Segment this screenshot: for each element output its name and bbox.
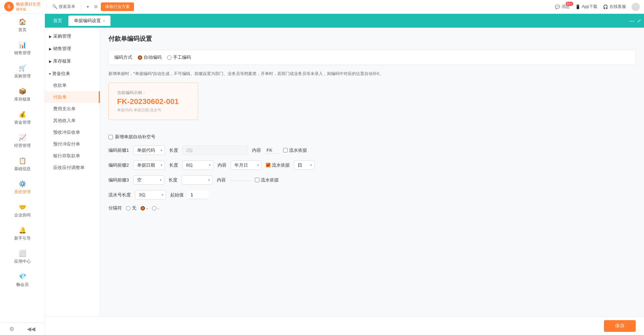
sub-header-sales[interactable]: ▶ 销售管理 <box>45 43 100 55</box>
form-area: 付款单编码设置 编码方式 自动编码 手工编码 <box>100 28 644 316</box>
sep-dot1-radio[interactable]: - <box>141 206 148 211</box>
online-service-button[interactable]: 🎧 在线客服 <box>603 4 626 10</box>
start-value-input[interactable] <box>188 191 209 199</box>
divider2 <box>81 3 81 10</box>
sub-header-inventory[interactable]: ▶ 库存核算 <box>45 55 100 67</box>
prefix-2-length-select[interactable]: 8位 <box>182 160 213 170</box>
prefix-2-content-select[interactable]: 年月日 <box>231 160 262 170</box>
sidebar-item-guide[interactable]: 🔔 新手引导 <box>0 222 45 245</box>
sub-item-prepay-pay[interactable]: 预付冲应付单 <box>45 138 100 150</box>
serial-length-select[interactable]: 3位 <box>135 190 166 199</box>
inventory-icon: 📦 <box>19 87 26 95</box>
sidebar-item-enterprise[interactable]: 🤝 企业协同 <box>0 199 45 222</box>
collapse-sidebar-icon[interactable]: ◀◀ <box>27 326 35 332</box>
message-button[interactable]: 💬 消息 99+ <box>555 4 570 10</box>
chevron-right-icon3: ▶ <box>49 59 52 63</box>
top-bar-left: 6 畅捷通好生意 插件版 🔍 搜索菜单 ▾ ⚙ 体验行业方案 <box>4 2 134 11</box>
search-menu[interactable]: 🔍 搜索菜单 <box>52 4 75 10</box>
sub-header-purchase[interactable]: ▶ 采购管理 <box>45 30 100 42</box>
home-icon: 🏠 <box>19 18 26 26</box>
prefix-2-water-select[interactable]: 日 <box>294 160 315 170</box>
chevron-down-icon[interactable]: ▾ <box>87 4 89 9</box>
sidebar-item-system[interactable]: ⚙️ 系统管理 <box>0 176 45 199</box>
prefix-3-select-wrap: 空 <box>133 175 164 185</box>
serial-length-select-wrap: 3位 <box>135 190 166 199</box>
sidebar-item-sales-label: 销售管理 <box>14 50 31 56</box>
auto-fill-checkbox[interactable] <box>108 135 113 139</box>
collapse-icon[interactable]: — <box>629 18 634 24</box>
prefix-row-2: 编码前缀2 单据日期 长度 8位 内容 <box>108 160 636 170</box>
prefix-1-select[interactable]: 单据代码 <box>133 146 165 155</box>
prefix-2-water-checkbox[interactable] <box>266 163 270 167</box>
sub-header-sales-label: 销售管理 <box>53 46 71 52</box>
download-icon: 📱 <box>575 4 580 9</box>
sep-dot2-label: · <box>158 206 159 211</box>
app-download-label: App下载 <box>582 4 597 10</box>
prefix-row-1: 编码前缀1 单据代码 长度 内容 FK 流水依据 <box>108 146 636 155</box>
prefix-3-content-label: 内容 <box>217 177 226 183</box>
serial-row: 流水号长度 3位 起始值 <box>108 190 636 199</box>
manual-encoding-radio[interactable]: 手工编码 <box>167 54 191 61</box>
sub-header-funds[interactable]: ▾ 资金往来 <box>45 68 100 80</box>
bottom-bar: 保存 <box>45 316 644 335</box>
sidebar-item-inventory[interactable]: 📦 库存核算 <box>0 83 45 106</box>
auto-encoding-radio[interactable]: 自动编码 <box>138 54 162 61</box>
settings-icon[interactable]: ⚙ <box>94 4 98 9</box>
app-download-button[interactable]: 📱 App下载 <box>575 4 597 10</box>
prefix-1-water-checkbox[interactable] <box>283 148 288 152</box>
sidebar-item-management[interactable]: 📈 经营管理 <box>0 130 45 153</box>
sub-header-funds-label: 资金往来 <box>52 71 70 77</box>
tab-bar: 首页 单据编码设置 × — ⤢ <box>45 14 644 28</box>
sidebar-item-vip[interactable]: 💎 畅会员 <box>0 269 45 292</box>
prefix-3-water-checkbox[interactable] <box>255 178 259 182</box>
sep-dot1-input[interactable] <box>141 206 145 211</box>
sidebar-item-finance[interactable]: 💰 资金管理 <box>0 106 45 130</box>
sep-none-radio[interactable]: 无 <box>126 205 136 211</box>
sidebar-item-sales[interactable]: 📊 销售管理 <box>0 37 45 60</box>
prefix-1-content-label: 内容 <box>252 147 261 153</box>
auto-fill-label: 新增单据自动补空号 <box>115 134 155 140</box>
sub-item-payment[interactable]: 付款单 <box>45 91 100 103</box>
sub-item-income[interactable]: 其他收入单 <box>45 115 100 127</box>
sales-icon: 📊 <box>19 41 26 49</box>
finance-icon: 💰 <box>19 111 26 118</box>
sep-dot2-radio[interactable]: · <box>152 206 159 211</box>
sub-item-adjust[interactable]: 应收应付调整单 <box>45 162 100 174</box>
encoding-radio-group: 自动编码 手工编码 <box>138 54 191 61</box>
sub-group-funds: ▾ 资金往来 收款单 付款单 费用支出单 其他收入单 预收冲应收单 预付冲应付单… <box>45 68 100 174</box>
tab-close-icon[interactable]: × <box>103 19 105 23</box>
tab-encoding[interactable]: 单据编码设置 × <box>68 16 110 26</box>
sidebar-item-finance-label: 资金管理 <box>14 120 31 125</box>
sidebar-item-basicinfo[interactable]: 📋 基础信息 <box>0 153 45 176</box>
prefix-2-select[interactable]: 单据日期 <box>133 160 165 170</box>
expand-icon[interactable]: ⤢ <box>637 18 641 24</box>
prefix-2-content-select-wrap: 年月日 <box>231 160 262 170</box>
tab-home-label: 首页 <box>53 18 62 24</box>
prefix-1-water-label: 流水依据 <box>289 147 307 153</box>
settings-bottom-icon[interactable]: ⚙ <box>9 326 14 332</box>
sub-item-expense[interactable]: 费用支出单 <box>45 103 100 115</box>
auto-encoding-input[interactable] <box>138 55 142 60</box>
prefix-3-select[interactable]: 空 <box>133 175 164 185</box>
manual-encoding-input[interactable] <box>167 55 172 60</box>
tab-home[interactable]: 首页 <box>48 16 68 26</box>
save-button[interactable]: 保存 <box>604 320 636 332</box>
sidebar-item-vip-label: 畅会员 <box>16 282 29 288</box>
logo-sub: 插件版 <box>16 7 41 12</box>
sidebar-item-purchase[interactable]: 🛒 采购管理 <box>0 60 45 83</box>
sep-dot2-input[interactable] <box>152 206 156 211</box>
sidebar-item-home[interactable]: 🏠 首页 <box>0 14 45 37</box>
main-layout: 🏠 首页 📊 销售管理 🛒 采购管理 📦 库存核算 💰 资金管理 📈 经营管理 … <box>0 14 644 335</box>
auto-fill-row: 新增单据自动补空号 <box>108 134 636 140</box>
start-value-label: 起始值 <box>170 192 184 198</box>
sub-item-bank[interactable]: 银行存取款单 <box>45 150 100 162</box>
user-avatar[interactable] <box>632 3 640 11</box>
sep-none-input[interactable] <box>126 206 131 211</box>
sidebar-item-appcenter[interactable]: ⬜ 应用中心 <box>0 245 45 269</box>
sub-item-prepay-recv[interactable]: 预收冲应收单 <box>45 127 100 138</box>
sub-item-receipt[interactable]: 收款单 <box>45 80 100 91</box>
logo-text: 畅捷通好生意 <box>16 2 41 7</box>
prefix-3-length-select[interactable] <box>182 175 213 185</box>
promo-button[interactable]: 体验行业方案 <box>101 2 134 11</box>
sidebar-item-purchase-label: 采购管理 <box>14 73 31 79</box>
